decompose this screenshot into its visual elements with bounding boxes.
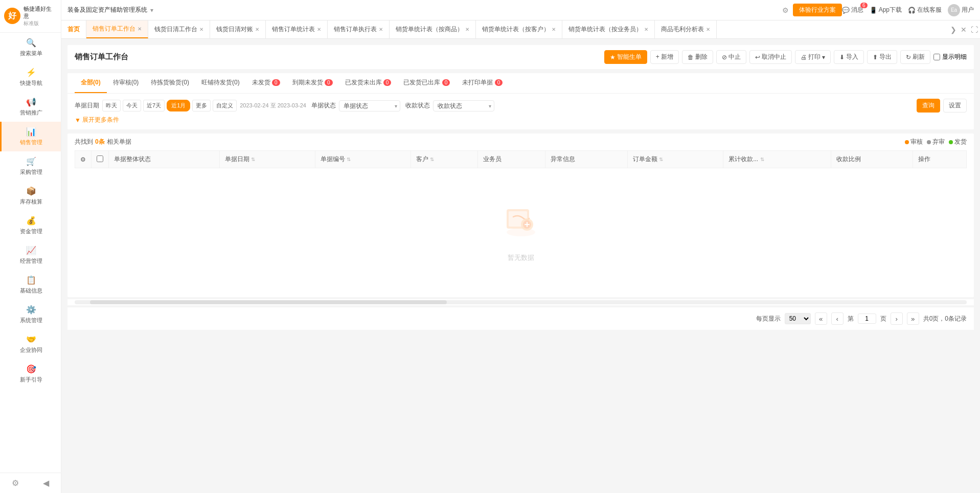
first-page-button[interactable]: «: [815, 312, 827, 325]
status-select[interactable]: 单据状态: [339, 100, 400, 111]
sidebar-item-system[interactable]: ⚙️ 系统管理: [0, 300, 61, 329]
filter-tab-not-shipped[interactable]: 未发货 0: [246, 73, 286, 93]
filter-tab-all[interactable]: 全部(0): [75, 73, 107, 93]
sidebar-item-finance[interactable]: 💰 资金管理: [0, 211, 61, 240]
select-all-checkbox[interactable]: [97, 155, 103, 162]
sidebar-item-search[interactable]: 🔍 搜索菜单: [0, 33, 61, 62]
print-button[interactable]: 🖨 打印 ▾: [795, 50, 831, 64]
close-icon[interactable]: ✕: [706, 27, 710, 32]
th-date[interactable]: 单据日期 ⇅: [219, 151, 315, 168]
close-icon[interactable]: ✕: [644, 27, 648, 32]
filter-tab-pending-inspect[interactable]: 待拣货验货(0): [145, 73, 195, 93]
sidebar-item-purchase[interactable]: 🛒 采购管理: [0, 151, 61, 181]
tab-home[interactable]: 首页: [61, 20, 86, 38]
sidebar-item-marketing[interactable]: 📢 营销推广: [0, 92, 61, 122]
date-label: 单据日期: [75, 101, 99, 110]
dropdown-icon[interactable]: ▾: [150, 7, 153, 14]
th-collected[interactable]: 累计收款... ⇅: [723, 151, 831, 168]
messages-button[interactable]: 💬 消息 6: [842, 6, 863, 14]
refresh-button[interactable]: ↻ 刷新: [900, 50, 930, 64]
date-7days[interactable]: 近7天: [143, 100, 165, 111]
show-detail-checkbox[interactable]: 显示明细: [933, 53, 967, 61]
scroll-thumb[interactable]: [90, 300, 447, 304]
th-customer[interactable]: 客户 ⇅: [411, 151, 477, 168]
payment-select[interactable]: 收款状态: [433, 100, 494, 111]
user-button[interactable]: Ea 用户: [948, 4, 974, 16]
tab-sales-by-customer[interactable]: 销货单统计表（按客户） ✕: [476, 20, 562, 38]
sidebar-item-basic[interactable]: 📋 基础信息: [0, 270, 61, 300]
settings-bottom-icon[interactable]: ⚙: [12, 478, 19, 488]
sidebar-item-sales[interactable]: 📊 销售管理: [0, 122, 61, 151]
query-button[interactable]: 查询: [917, 99, 940, 113]
date-yesterday[interactable]: 昨天: [102, 100, 121, 111]
tab-sales-order[interactable]: 销售订单工作台 ✕: [86, 20, 148, 38]
online-service-button[interactable]: 🎧 在线客服: [908, 6, 942, 14]
date-today[interactable]: 今天: [123, 100, 141, 111]
th-number[interactable]: 单据编号 ⇅: [315, 151, 411, 168]
tab-cash-daily[interactable]: 钱货日清工作台 ✕: [148, 20, 210, 38]
page-of-label: 页: [880, 315, 886, 323]
marketing-icon: 📢: [26, 97, 36, 107]
settings-icon[interactable]: ⚙: [80, 156, 86, 163]
tab-cash-account[interactable]: 钱货日清对账 ✕: [210, 20, 266, 38]
sidebar-item-operation[interactable]: 📈 经营管理: [0, 240, 61, 270]
show-detail-input[interactable]: [933, 54, 940, 60]
stop-label: 中止: [728, 53, 741, 61]
filter-tab-shipped-not-out[interactable]: 已发货未出库 0: [339, 73, 398, 93]
tabs-more-icon[interactable]: ❯: [948, 26, 959, 34]
tab-goods-margin[interactable]: 商品毛利分析表 ✕: [655, 20, 717, 38]
filter-tab-wangpu[interactable]: 旺铺待发货(0): [195, 73, 246, 93]
per-page-select[interactable]: 50 100: [785, 313, 811, 324]
sidebar-item-inventory[interactable]: 📦 库存核算: [0, 181, 61, 211]
tab-sales-stats[interactable]: 销售订单统计表 ✕: [266, 20, 328, 38]
industry-button[interactable]: 体验行业方案: [793, 4, 842, 16]
ship-action-button[interactable]: 发货: [949, 138, 967, 146]
stop-button[interactable]: ⊘ 中止: [716, 50, 746, 64]
col-date-label: 单据日期: [225, 155, 249, 163]
collapse-icon[interactable]: ◀: [43, 478, 49, 488]
tab-label: 首页: [67, 25, 80, 34]
date-custom[interactable]: 自定义: [213, 100, 237, 111]
close-icon[interactable]: ✕: [199, 27, 203, 32]
close-icon[interactable]: ✕: [317, 27, 321, 32]
tabs-close-all-icon[interactable]: ✕: [959, 26, 969, 34]
sidebar-bottom: ⚙ ◀: [0, 473, 61, 493]
date-1month[interactable]: 近1月: [167, 100, 190, 111]
close-icon[interactable]: ✕: [379, 27, 383, 32]
th-amount[interactable]: 订单金额 ⇅: [628, 151, 723, 168]
filter-tab-not-printed[interactable]: 未打印单据 0: [456, 73, 509, 93]
close-icon[interactable]: ✕: [255, 27, 259, 32]
scroll-track[interactable]: [75, 300, 967, 304]
new-button[interactable]: + 新增: [650, 50, 679, 64]
page-input[interactable]: [858, 313, 876, 324]
prev-page-button[interactable]: ‹: [831, 312, 844, 325]
close-icon[interactable]: ✕: [138, 26, 142, 32]
sidebar-item-enterprise[interactable]: 🤝 企业协同: [0, 329, 61, 359]
review-action-button[interactable]: 审核: [905, 138, 923, 146]
cancel-review-action-button[interactable]: 弃审: [927, 138, 945, 146]
close-icon[interactable]: ✕: [552, 27, 556, 32]
sidebar-item-guide[interactable]: 🎯 新手引导: [0, 359, 61, 389]
filter-tab-expired[interactable]: 到期未发货 0: [286, 73, 339, 93]
tab-sales-by-goods[interactable]: 销货单统计表（按商品） ✕: [390, 20, 476, 38]
next-page-button[interactable]: ›: [891, 312, 903, 325]
date-more[interactable]: 更多: [192, 100, 211, 111]
delete-button[interactable]: 🗑 删除: [682, 50, 713, 64]
sidebar-item-quick-nav[interactable]: ⚡ 快捷导航: [0, 62, 61, 92]
cancel-stop-button[interactable]: ↩ 取消中止: [749, 50, 792, 64]
filter-tab-shipped-out[interactable]: 已发货已出库 0: [397, 73, 456, 93]
tab-sales-execute[interactable]: 销售订单执行表 ✕: [328, 20, 390, 38]
close-icon[interactable]: ✕: [465, 27, 469, 32]
export-button[interactable]: ⬆ 导出: [867, 50, 897, 64]
last-page-button[interactable]: »: [907, 312, 919, 325]
date-buttons: 昨天 今天 近7天 近1月 更多 自定义: [102, 100, 237, 111]
tab-sales-by-staff[interactable]: 销货单统计表（按业务员） ✕: [562, 20, 655, 38]
import-button[interactable]: ⬇ 导入: [834, 50, 864, 64]
filter-tab-pending-review[interactable]: 待审核(0): [107, 73, 145, 93]
gear-icon[interactable]: ⚙: [782, 6, 789, 14]
tabs-fullscreen-icon[interactable]: ⛶: [969, 26, 980, 34]
expand-button[interactable]: ▼ 展开更多条件: [75, 116, 967, 124]
smart-create-button[interactable]: ★ 智能生单: [604, 50, 647, 64]
app-download-button[interactable]: 📱 App下载: [870, 6, 902, 14]
settings-button[interactable]: 设置: [943, 99, 967, 113]
